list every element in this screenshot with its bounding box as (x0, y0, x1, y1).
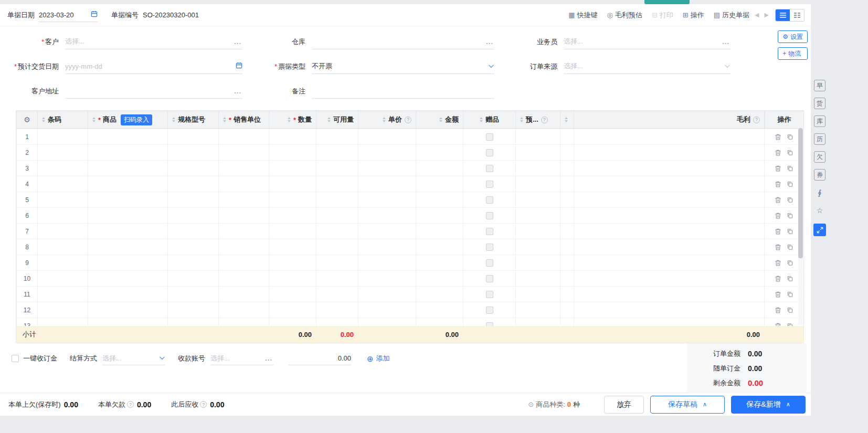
cell-pre-profit[interactable] (516, 208, 560, 224)
next-document-arrow[interactable]: ▶ (765, 12, 769, 18)
cell-qty[interactable] (269, 129, 316, 145)
delete-row-icon[interactable] (775, 244, 781, 251)
delete-row-icon[interactable] (775, 291, 781, 298)
inventory-icon[interactable]: 库 (814, 115, 825, 127)
cell-product[interactable] (88, 145, 168, 161)
print-button[interactable]: ⊟ 打印 (652, 10, 673, 20)
copy-row-icon[interactable] (787, 322, 793, 326)
cell-amount[interactable] (416, 161, 463, 176)
cell-pre-profit[interactable] (516, 287, 560, 302)
doc-date-input[interactable]: 2023-03-20 (39, 8, 98, 22)
cell-barcode[interactable] (38, 145, 88, 161)
cell-price[interactable] (358, 239, 416, 255)
save-draft-button[interactable]: 保存草稿 ∧ (650, 396, 725, 414)
invoice-type-select[interactable]: 不开票 (312, 59, 494, 74)
cell-qty[interactable] (269, 271, 316, 287)
cell-qty[interactable] (269, 287, 316, 302)
cell-unit[interactable] (219, 192, 269, 208)
gift-checkbox[interactable] (486, 244, 493, 251)
shortcut-keys-button[interactable]: ▦ 快捷键 (568, 10, 597, 20)
cell-unit[interactable] (219, 129, 269, 145)
cell-barcode[interactable] (38, 318, 88, 326)
delete-row-icon[interactable] (775, 165, 781, 172)
cell-unit[interactable] (219, 302, 269, 318)
price-help-icon[interactable]: ? (405, 117, 411, 123)
salesman-input[interactable]: 选择... ... (564, 35, 731, 49)
sort-price[interactable] (383, 117, 386, 122)
gift-checkbox[interactable] (486, 291, 493, 298)
remark-input[interactable] (312, 84, 494, 99)
expand-icon[interactable] (813, 224, 826, 236)
delete-row-icon[interactable] (775, 212, 781, 219)
cell-spec[interactable] (168, 129, 219, 145)
calendar-icon[interactable] (236, 62, 242, 70)
copy-row-icon[interactable] (787, 181, 793, 188)
copy-row-icon[interactable] (787, 307, 793, 314)
cell-spec[interactable] (168, 192, 219, 208)
coupon-icon[interactable]: 券 (814, 169, 825, 181)
cell-amount[interactable] (416, 302, 463, 318)
sort-product[interactable] (92, 117, 96, 122)
cell-unit[interactable] (219, 239, 269, 255)
cell-spec[interactable] (168, 208, 219, 224)
cell-amount[interactable] (416, 255, 463, 271)
sort-extra[interactable] (565, 117, 568, 122)
cell-pre-profit[interactable] (516, 318, 560, 326)
cell-product[interactable] (88, 271, 168, 287)
copy-row-icon[interactable] (787, 228, 793, 235)
cell-unit[interactable] (219, 287, 269, 302)
cell-unit[interactable] (219, 224, 269, 239)
package-icon[interactable]: 货 (814, 98, 825, 109)
operations-button[interactable]: ⊞ 操作 (683, 10, 704, 20)
delivery-date-input[interactable]: yyyy-mm-dd (65, 59, 242, 74)
cell-product[interactable] (88, 129, 168, 145)
pre-profit-help-icon[interactable]: ? (541, 117, 548, 123)
delete-row-icon[interactable] (775, 149, 781, 156)
cell-spec[interactable] (168, 161, 219, 176)
delete-row-icon[interactable] (775, 181, 781, 188)
cell-qty[interactable] (269, 302, 316, 318)
deposit-checkbox[interactable] (12, 355, 19, 362)
cell-pre-profit[interactable] (516, 239, 560, 255)
gift-checkbox[interactable] (486, 307, 493, 314)
cell-qty[interactable] (269, 239, 316, 255)
copy-row-icon[interactable] (787, 196, 793, 204)
profit-help-icon[interactable]: ? (753, 117, 760, 123)
customer-input[interactable]: 选择... ... (65, 35, 242, 49)
account-select[interactable]: 选择... ... (210, 352, 273, 365)
attachment-icon[interactable]: ∮ (814, 187, 825, 198)
gift-checkbox[interactable] (486, 165, 493, 172)
cell-qty[interactable] (269, 176, 316, 192)
save-and-new-button[interactable]: 保存&新增 ∧ (731, 396, 806, 414)
cell-price[interactable] (358, 255, 416, 271)
cell-qty[interactable] (269, 318, 316, 326)
sort-available[interactable] (327, 117, 331, 122)
cell-price[interactable] (358, 271, 416, 287)
gift-checkbox[interactable] (486, 275, 493, 282)
cell-spec[interactable] (168, 239, 219, 255)
cell-product[interactable] (88, 239, 168, 255)
cell-price[interactable] (358, 145, 416, 161)
cell-qty[interactable] (269, 255, 316, 271)
cell-price[interactable] (358, 318, 416, 326)
calendar-icon[interactable] (91, 10, 98, 19)
salesman-picker-button[interactable]: ... (721, 38, 731, 46)
memo-icon[interactable]: 早 (814, 80, 825, 91)
cell-pre-profit[interactable] (516, 271, 560, 287)
list-view-button[interactable] (776, 9, 790, 21)
cell-product[interactable] (88, 287, 168, 302)
cell-product[interactable] (88, 176, 168, 192)
logistics-button[interactable]: + 物流 (778, 47, 808, 60)
gift-checkbox[interactable] (486, 259, 493, 267)
favorite-icon[interactable]: ☆ (814, 205, 825, 216)
cell-amount[interactable] (416, 129, 463, 145)
sort-qty[interactable] (288, 117, 291, 122)
cell-spec[interactable] (168, 255, 219, 271)
cell-unit[interactable] (219, 176, 269, 192)
cell-amount[interactable] (416, 192, 463, 208)
copy-row-icon[interactable] (787, 259, 793, 267)
customer-picker-button[interactable]: ... (233, 38, 242, 46)
order-source-select[interactable]: 选择... (564, 59, 731, 74)
cell-unit[interactable] (219, 161, 269, 176)
cell-barcode[interactable] (38, 287, 88, 302)
